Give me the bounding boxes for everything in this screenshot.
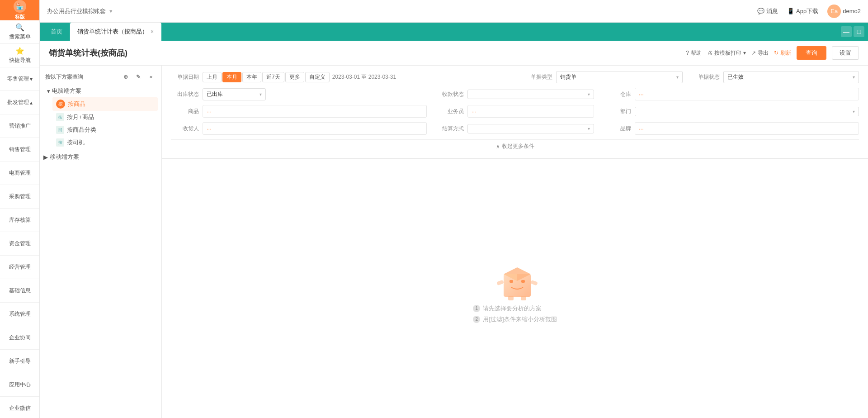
svg-rect-3 <box>509 280 513 283</box>
sidebar-label-basic: 基础信息 <box>9 287 31 294</box>
tip-text-1: 请先选择要分析的方案 <box>483 304 542 313</box>
sidebar-item-corpwechat[interactable]: 企业微信 <box>0 397 39 418</box>
tree-item-by-category[interactable]: 回 按商品分类 <box>52 124 158 136</box>
settlement-select[interactable]: ▾ <box>467 124 594 133</box>
print-dropdown-icon: ▾ <box>743 50 746 56</box>
top-bar: 办公用品行业模拟账套 ▾ 💬 消息 📱 App下载 Ea demo2 <box>40 0 868 23</box>
settings-button[interactable]: 设置 <box>832 46 859 60</box>
sidebar-label-ecommerce: 电商管理 <box>9 169 31 177</box>
date-current-month-btn[interactable]: 本月 <box>222 72 241 82</box>
bill-status-selected: 已生效 <box>727 73 744 81</box>
tree-item-by-driver[interactable]: 按 按司机 <box>52 136 158 149</box>
brand-input[interactable]: ··· <box>635 122 859 135</box>
query-button[interactable]: 查询 <box>797 46 826 60</box>
sidebar-item-purchase[interactable]: 采购管理 <box>0 185 39 209</box>
sidebar-item-system[interactable]: 系统管理 <box>0 303 39 326</box>
filter-row-2: 出库状态 已出库 ▾ 收款状态 ▾ <box>171 88 859 100</box>
tree-parent-label: 电脑端方案 <box>52 87 81 95</box>
sidebar-label-retail: 零售管理 <box>7 75 29 83</box>
sidebar-item-operations[interactable]: 经营管理 <box>0 256 39 279</box>
salesman-input[interactable]: ··· <box>467 105 594 118</box>
sidebar-label-wholesale: 批发管理 <box>7 99 29 106</box>
template-print-btn[interactable]: 🖨 按模板打印 ▾ <box>707 49 746 57</box>
tree-item-by-month-goods[interactable]: 按 按月+商品 <box>52 111 158 124</box>
bill-status-select[interactable]: 已生效 ▾ <box>723 71 859 83</box>
receive-status-select[interactable]: ▾ <box>467 90 594 99</box>
salesman-dots[interactable]: ··· <box>472 108 476 115</box>
tab-close-icon[interactable]: × <box>151 28 154 35</box>
brand-dots[interactable]: ··· <box>639 125 644 132</box>
help-btn[interactable]: ? 帮助 <box>686 49 702 57</box>
panel-add-btn[interactable]: ⊕ <box>121 72 131 82</box>
sidebar-item-basic[interactable]: 基础信息 <box>0 279 39 303</box>
export-btn[interactable]: ↗ 导出 <box>751 49 769 57</box>
help-label: 帮助 <box>691 49 702 57</box>
collapse-icon: « <box>150 74 153 80</box>
tab-home[interactable]: 首页 <box>43 23 70 41</box>
sidebar-item-marketing[interactable]: 营销推广 <box>0 114 39 138</box>
sidebar-item-shortcut[interactable]: ⭐ 快捷导航 <box>0 44 39 67</box>
collapse-btn[interactable]: ∧ 收起更多条件 <box>171 139 859 153</box>
refresh-btn[interactable]: ↻ 刷新 <box>774 49 791 57</box>
warehouse-value: ··· <box>635 88 859 100</box>
dept-select[interactable]: ▾ <box>635 107 859 116</box>
message-label: 消息 <box>766 7 778 15</box>
user-menu-btn[interactable]: Ea demo2 <box>827 5 861 18</box>
industry-dropdown-icon[interactable]: ▾ <box>109 8 113 14</box>
tree-group-mobile: ▶ 移动端方案 <box>40 151 161 163</box>
sidebar-item-finance[interactable]: 资金管理 <box>0 232 39 256</box>
tab-minimize-btn[interactable]: — <box>841 26 852 37</box>
date-filter-label: 单据日期 <box>171 73 203 81</box>
tab-sales-stats[interactable]: 销货单统计计表（按商品） × <box>70 23 161 41</box>
date-more-btn[interactable]: 更多 <box>285 72 304 82</box>
sidebar-label-appcenter: 应用中心 <box>9 381 31 389</box>
svg-rect-4 <box>521 280 525 283</box>
date-current-year-btn[interactable]: 本年 <box>242 72 261 82</box>
out-status-value: 已出库 ▾ <box>203 88 427 100</box>
svg-rect-8 <box>530 280 538 285</box>
goods-input[interactable]: ··· <box>203 105 427 118</box>
date-prev-month-btn[interactable]: 上月 <box>203 72 222 82</box>
sidebar-item-inventory[interactable]: 库存核算 <box>0 209 39 232</box>
receiver-input[interactable]: ··· <box>203 122 427 135</box>
panel-edit-btn[interactable]: ✎ <box>133 72 143 82</box>
help-icon: ? <box>686 50 689 56</box>
warehouse-label: 仓库 <box>603 90 635 98</box>
date-custom-btn[interactable]: 自定义 <box>305 72 330 82</box>
bill-type-label: 单据类型 <box>524 73 556 81</box>
tree-parent-arrow: ▾ <box>47 88 50 95</box>
sidebar-label-search: 搜索菜单 <box>9 33 31 41</box>
tree-item-by-goods[interactable]: 按 按商品 <box>52 97 158 111</box>
add-icon: ⊕ <box>123 74 128 80</box>
warehouse-input[interactable]: ··· <box>635 88 859 100</box>
tab-maximize-btn[interactable]: □ <box>854 26 864 37</box>
export-icon: ↗ <box>751 50 756 56</box>
sidebar-item-ecommerce[interactable]: 电商管理 <box>0 162 39 185</box>
sidebar-item-retail[interactable]: 零售管理 ▾ <box>0 67 39 91</box>
app-download-icon: 📱 <box>787 8 794 14</box>
sidebar-item-appcenter[interactable]: 应用中心 <box>0 373 39 397</box>
sidebar-label-purchase: 采购管理 <box>9 193 31 200</box>
receiver-dots[interactable]: ··· <box>207 125 212 132</box>
sidebar-item-guide[interactable]: 新手引导 <box>0 350 39 373</box>
sidebar-item-wholesale[interactable]: 批发管理 ▴ <box>0 91 39 114</box>
sidebar-item-enterprise[interactable]: 企业协同 <box>0 326 39 350</box>
panel-header-label: 按以下方案查询 <box>45 73 83 81</box>
tree-parent-mobile[interactable]: ▶ 移动端方案 <box>40 151 161 163</box>
bill-type-selected: 销货单 <box>560 73 576 81</box>
message-btn[interactable]: 💬 消息 <box>757 7 778 15</box>
tree-parent-desktop[interactable]: ▾ 电脑端方案 <box>43 85 158 97</box>
sidebar-item-sales[interactable]: 销售管理 <box>0 138 39 162</box>
bill-type-select[interactable]: 销货单 ▾ <box>556 71 683 83</box>
out-status-arrow: ▾ <box>259 92 262 97</box>
sidebar-item-search[interactable]: 🔍 搜索菜单 <box>0 20 39 44</box>
tree-item-label-category: 按商品分类 <box>67 126 96 134</box>
bill-type-value: 销货单 ▾ <box>556 71 683 83</box>
panel-collapse-btn[interactable]: « <box>146 72 156 82</box>
warehouse-dots[interactable]: ··· <box>639 91 644 98</box>
goods-dots[interactable]: ··· <box>207 108 212 115</box>
app-download-btn[interactable]: 📱 App下载 <box>787 7 818 15</box>
out-status-select[interactable]: 已出库 ▾ <box>203 88 266 100</box>
shortcut-icon: ⭐ <box>15 47 24 55</box>
date-7days-btn[interactable]: 近7天 <box>262 72 284 82</box>
